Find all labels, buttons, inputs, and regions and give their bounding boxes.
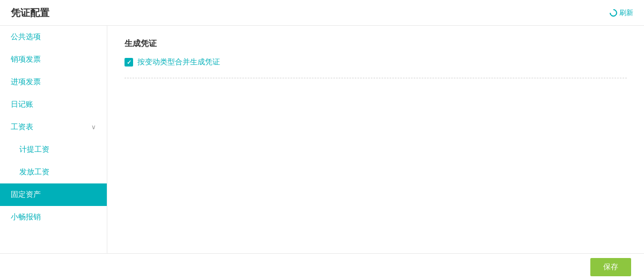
- refresh-icon: [608, 8, 619, 18]
- content-area: 生成凭证 按变动类型合并生成凭证: [107, 26, 644, 253]
- header: 凭证配置 刷新: [0, 0, 644, 26]
- chevron-down-icon: ∨: [91, 123, 96, 131]
- sidebar-item-public[interactable]: 公共选项: [0, 26, 107, 48]
- sidebar-item-label: 工资表: [11, 122, 33, 132]
- sidebar-item-expense[interactable]: 小畅报销: [0, 206, 107, 229]
- save-button[interactable]: 保存: [590, 258, 631, 276]
- sidebar-item-label: 计提工资: [19, 145, 49, 154]
- sidebar-item-label: 固定资产: [11, 190, 41, 200]
- footer: 保存: [0, 253, 644, 280]
- sidebar-item-commission[interactable]: 计提工资: [0, 138, 107, 161]
- sidebar-item-label: 小畅报销: [11, 212, 41, 222]
- checkbox-row[interactable]: 按变动类型合并生成凭证: [125, 57, 627, 67]
- main-layout: 公共选项销项发票进项发票日记账工资表∨计提工资发放工资固定资产小畅报销 生成凭证…: [0, 26, 644, 253]
- sidebar-item-journal[interactable]: 日记账: [0, 93, 107, 116]
- sidebar-item-payroll[interactable]: 工资表∨: [0, 116, 107, 138]
- refresh-label: 刷新: [619, 8, 633, 18]
- sidebar-item-label: 公共选项: [11, 32, 41, 42]
- merge-checkbox[interactable]: [125, 58, 133, 67]
- sidebar: 公共选项销项发票进项发票日记账工资表∨计提工资发放工资固定资产小畅报销: [0, 26, 107, 253]
- refresh-button[interactable]: 刷新: [610, 8, 633, 18]
- sidebar-item-label: 进项发票: [11, 77, 41, 87]
- sidebar-item-fixed-assets[interactable]: 固定资产: [0, 183, 107, 206]
- checkbox-label: 按变动类型合并生成凭证: [137, 57, 220, 67]
- sidebar-item-label: 销项发票: [11, 55, 41, 64]
- sidebar-item-sales-invoice[interactable]: 销项发票: [0, 48, 107, 71]
- sidebar-item-purchase-invoice[interactable]: 进项发票: [0, 71, 107, 93]
- page-title: 凭证配置: [11, 6, 49, 19]
- section-title: 生成凭证: [125, 39, 627, 49]
- divider: [125, 78, 627, 78]
- sidebar-item-label: 日记账: [11, 100, 33, 109]
- sidebar-item-salary[interactable]: 发放工资: [0, 161, 107, 183]
- page-wrapper: 凭证配置 刷新 公共选项销项发票进项发票日记账工资表∨计提工资发放工资固定资产小…: [0, 0, 644, 280]
- sidebar-item-label: 发放工资: [19, 167, 49, 177]
